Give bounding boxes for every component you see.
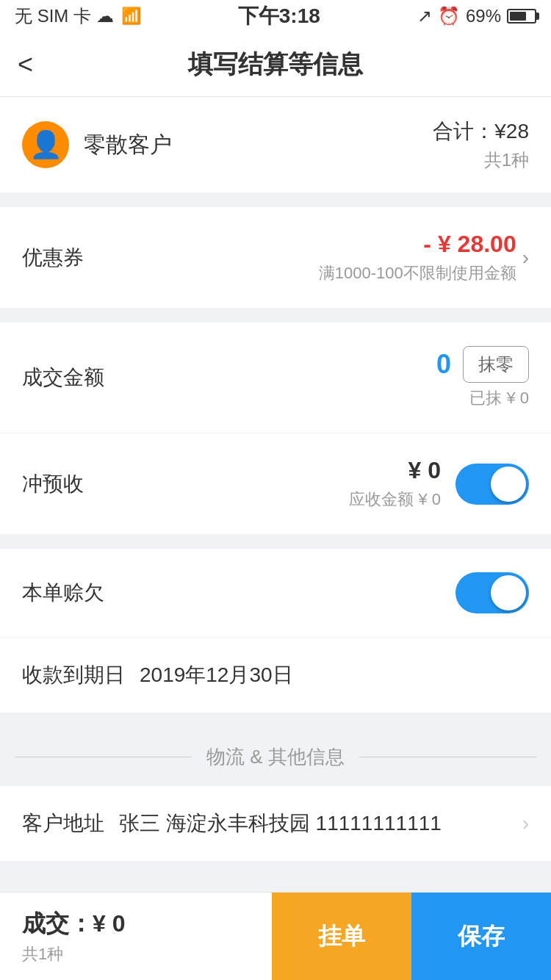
deal-amount-label: 成交金额	[22, 364, 104, 392]
due-date-row: 收款到期日 2019年12月30日	[0, 637, 551, 713]
due-date-label: 收款到期日	[22, 661, 125, 689]
status-bar: 无 SIM 卡 ☁ 📶 下午3:18 ↗ ⏰ 69%	[0, 0, 551, 32]
prepayment-values: ¥ 0 应收金额 ¥ 0	[349, 457, 441, 511]
deal-prepay-section: 成交金额 0 抹零 已抹 ¥ 0 冲预收 ¥ 0 应收金额 ¥ 0	[0, 323, 551, 534]
prepayment-row: 冲预收 ¥ 0 应收金额 ¥ 0	[0, 433, 551, 534]
sim-label: 无 SIM 卡 ☁	[15, 4, 114, 28]
deal-amount-right: 0 抹零 已抹 ¥ 0	[436, 346, 529, 409]
prepayment-receivable: 应收金额 ¥ 0	[349, 489, 441, 511]
status-left: 无 SIM 卡 ☁ 📶	[15, 4, 141, 28]
credit-label: 本单赊欠	[22, 579, 104, 607]
chevron-right-icon: ›	[522, 246, 529, 270]
coupon-desc: 满1000-100不限制使用金额	[319, 262, 516, 284]
round-zero-button[interactable]: 抹零	[463, 346, 529, 383]
prepayment-right: ¥ 0 应收金额 ¥ 0	[349, 457, 529, 511]
coupon-label: 优惠券	[22, 244, 84, 272]
footer-deal-value: ¥ 0	[93, 910, 125, 937]
credit-toggle[interactable]	[455, 572, 529, 613]
customer-total: 合计：¥28	[433, 118, 529, 145]
customer-section: 👤 零散客户 合计：¥28 共1种	[0, 97, 551, 192]
logistics-line-right	[359, 757, 536, 757]
already-round-text: 已抹 ¥ 0	[469, 387, 529, 409]
logistics-label: 物流 & 其他信息	[206, 744, 345, 770]
logistics-line-left	[15, 757, 192, 757]
credit-toggle-knob	[491, 575, 526, 610]
customer-name: 零散客户	[84, 130, 172, 160]
section-divider-2	[0, 534, 551, 549]
footer: 成交：¥ 0 共1种 挂单 保存	[0, 892, 551, 980]
credit-section: 本单赊欠 收款到期日 2019年12月30日	[0, 549, 551, 713]
battery-icon	[507, 9, 536, 24]
deal-amount-value: 0	[436, 349, 451, 380]
hold-button[interactable]: 挂单	[272, 893, 411, 981]
save-button[interactable]: 保存	[411, 893, 551, 981]
alarm-icon: ⏰	[438, 6, 460, 26]
footer-count: 共1种	[22, 943, 250, 965]
footer-deal-label: 成交：	[22, 910, 93, 937]
status-time: 下午3:18	[238, 2, 320, 30]
credit-row: 本单赊欠	[0, 549, 551, 637]
customer-left: 👤 零散客户	[22, 121, 172, 168]
due-date-value: 2019年12月30日	[140, 661, 293, 689]
deal-amount-top: 0 抹零	[436, 346, 529, 383]
chevron-right-address-icon: ›	[522, 812, 529, 835]
footer-deal-row: 成交：¥ 0	[22, 908, 250, 940]
avatar-icon: 👤	[29, 129, 62, 160]
battery-percent: 69%	[466, 6, 501, 26]
avatar: 👤	[22, 121, 69, 168]
address-label: 客户地址	[22, 810, 104, 837]
customer-count: 共1种	[433, 148, 529, 172]
prepayment-label: 冲预收	[22, 470, 84, 498]
prepayment-toggle[interactable]	[455, 464, 529, 505]
back-button[interactable]: <	[18, 49, 33, 80]
customer-right: 合计：¥28 共1种	[433, 118, 529, 172]
toggle-knob	[491, 466, 526, 502]
coupon-row[interactable]: 优惠券 - ¥ 28.00 满1000-100不限制使用金额 ›	[0, 207, 551, 308]
coupon-right: - ¥ 28.00 满1000-100不限制使用金额 ›	[319, 231, 529, 284]
address-value: 张三 海淀永丰科技园 11111111111	[119, 810, 522, 837]
prepayment-amount: ¥ 0	[349, 457, 441, 484]
section-divider-1	[0, 308, 551, 323]
status-right: ↗ ⏰ 69%	[417, 6, 536, 26]
deal-amount-row: 成交金额 0 抹零 已抹 ¥ 0	[0, 323, 551, 433]
wifi-icon: 📶	[121, 7, 141, 26]
coupon-section[interactable]: 优惠券 - ¥ 28.00 满1000-100不限制使用金额 ›	[0, 207, 551, 308]
page-title: 填写结算等信息	[188, 48, 363, 82]
address-row[interactable]: 客户地址 张三 海淀永丰科技园 11111111111 ›	[0, 786, 551, 861]
coupon-amount: - ¥ 28.00	[319, 231, 516, 258]
footer-info: 成交：¥ 0 共1种	[0, 908, 272, 965]
coupon-value-block: - ¥ 28.00 满1000-100不限制使用金额	[319, 231, 516, 284]
nav-bar: < 填写结算等信息	[0, 32, 551, 97]
location-icon: ↗	[417, 6, 432, 26]
logistics-divider: 物流 & 其他信息	[0, 727, 551, 786]
